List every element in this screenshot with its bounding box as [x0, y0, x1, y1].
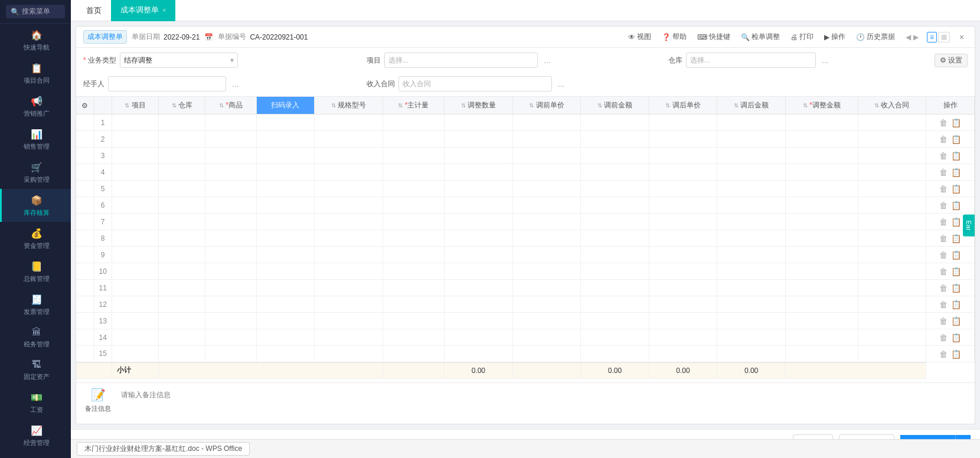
row-product[interactable] — [205, 164, 256, 181]
row-project[interactable] — [112, 329, 158, 346]
sidebar-item-payroll[interactable]: 💵 工资 — [0, 386, 71, 419]
col-scan-input[interactable]: 扫码录入 — [256, 97, 314, 114]
row-pre-unit-price[interactable] — [512, 164, 581, 181]
row-unit[interactable] — [383, 296, 444, 313]
row-pre-unit-price[interactable] — [512, 214, 581, 230]
row-income-contract[interactable] — [858, 230, 926, 247]
row-warehouse[interactable] — [159, 329, 205, 346]
row-delete-icon[interactable]: 🗑 — [939, 201, 948, 210]
row-adjust-amount[interactable] — [785, 164, 858, 181]
row-post-amount[interactable] — [717, 247, 786, 263]
warehouse-select[interactable]: 选择... — [686, 53, 816, 68]
row-adjust-qty[interactable] — [445, 214, 513, 230]
row-scan-input[interactable] — [256, 114, 314, 131]
row-scan-input[interactable] — [256, 230, 314, 247]
row-adjust-amount[interactable] — [785, 114, 858, 131]
row-product[interactable] — [205, 329, 256, 346]
sidebar-item-quick-nav[interactable]: 🏠 快速导航 — [0, 24, 71, 57]
row-post-unit-price[interactable] — [649, 247, 717, 263]
row-spec-type[interactable] — [315, 296, 383, 313]
sidebar-item-ledger-mgmt[interactable]: 📒 总账管理 — [0, 255, 71, 288]
panel-close-button[interactable]: × — [956, 31, 968, 43]
row-adjust-amount[interactable] — [785, 131, 858, 148]
row-income-contract[interactable] — [858, 214, 926, 230]
row-project[interactable] — [112, 247, 158, 263]
row-income-contract[interactable] — [858, 346, 926, 362]
row-delete-icon[interactable]: 🗑 — [939, 283, 948, 293]
row-unit[interactable] — [383, 197, 444, 214]
row-product[interactable] — [205, 114, 256, 131]
action-print[interactable]: 🖨 打印 — [788, 31, 816, 43]
sidebar-item-project-contract[interactable]: 📋 项目合同 — [0, 57, 71, 90]
sidebar-item-basic-info[interactable]: ℹ 基础信息 — [0, 452, 71, 458]
row-post-amount[interactable] — [717, 214, 786, 230]
row-warehouse[interactable] — [159, 114, 205, 131]
sidebar-item-sales-promo[interactable]: 📢 营销推广 — [0, 90, 71, 123]
row-post-amount[interactable] — [717, 329, 786, 346]
row-adjust-amount[interactable] — [785, 247, 858, 263]
row-copy-icon[interactable]: 📋 — [951, 135, 961, 144]
sidebar-item-inventory-calc[interactable]: 📦 库存核算 — [0, 189, 71, 222]
row-pre-amount[interactable] — [581, 148, 649, 164]
row-spec-type[interactable] — [315, 131, 383, 148]
row-income-contract[interactable] — [858, 131, 926, 148]
nav-prev-icon[interactable]: ◀ — [906, 33, 911, 41]
tab-cost-adjust[interactable]: 成本调整单 × — [111, 0, 175, 21]
row-adjust-amount[interactable] — [785, 329, 858, 346]
row-income-contract[interactable] — [858, 114, 926, 131]
sidebar-item-sales-mgmt[interactable]: 📊 销售管理 — [0, 123, 71, 156]
row-post-unit-price[interactable] — [649, 313, 717, 329]
project-select[interactable]: 选择... — [384, 53, 538, 68]
row-post-amount[interactable] — [717, 296, 786, 313]
row-delete-icon[interactable]: 🗑 — [939, 250, 948, 260]
row-adjust-amount[interactable] — [785, 181, 858, 197]
row-product[interactable] — [205, 197, 256, 214]
row-product[interactable] — [205, 181, 256, 197]
row-income-contract[interactable] — [858, 313, 926, 329]
row-spec-type[interactable] — [315, 230, 383, 247]
row-adjust-amount[interactable] — [785, 197, 858, 214]
row-copy-icon[interactable]: 📋 — [951, 217, 961, 227]
row-post-amount[interactable] — [717, 114, 786, 131]
row-post-amount[interactable] — [717, 346, 786, 362]
row-copy-icon[interactable]: 📋 — [951, 234, 961, 243]
row-pre-amount[interactable] — [581, 247, 649, 263]
row-pre-unit-price[interactable] — [512, 296, 581, 313]
row-income-contract[interactable] — [858, 329, 926, 346]
row-pre-amount[interactable] — [581, 280, 649, 296]
row-product[interactable] — [205, 296, 256, 313]
row-pre-amount[interactable] — [581, 114, 649, 131]
row-adjust-qty[interactable] — [445, 329, 513, 346]
row-spec-type[interactable] — [315, 329, 383, 346]
row-pre-amount[interactable] — [581, 313, 649, 329]
row-adjust-qty[interactable] — [445, 296, 513, 313]
sidebar-item-purchase-mgmt[interactable]: 🛒 采购管理 — [0, 156, 71, 189]
warehouse-dots-button[interactable]: ... — [819, 55, 831, 65]
sidebar-item-fixed-assets[interactable]: 🏗 固定资产 — [0, 354, 71, 386]
row-delete-icon[interactable]: 🗑 — [939, 349, 948, 359]
row-pre-unit-price[interactable] — [512, 280, 581, 296]
row-unit[interactable] — [383, 131, 444, 148]
row-copy-icon[interactable]: 📋 — [951, 316, 961, 326]
row-post-amount[interactable] — [717, 131, 786, 148]
row-adjust-qty[interactable] — [445, 164, 513, 181]
row-post-amount[interactable] — [717, 181, 786, 197]
row-scan-input[interactable] — [256, 247, 314, 263]
row-scan-input[interactable] — [256, 346, 314, 362]
handler-select[interactable] — [108, 76, 226, 91]
row-copy-icon[interactable]: 📋 — [951, 184, 961, 194]
row-post-amount[interactable] — [717, 280, 786, 296]
row-warehouse[interactable] — [159, 214, 205, 230]
row-project[interactable] — [112, 263, 158, 280]
row-warehouse[interactable] — [159, 296, 205, 313]
row-pre-unit-price[interactable] — [512, 131, 581, 148]
row-post-unit-price[interactable] — [649, 114, 717, 131]
project-dots-button[interactable]: ... — [541, 55, 553, 65]
taskbar-item[interactable]: 木门行业好业财处理方案-墓红红.doc - WPS Office — [77, 442, 250, 456]
row-unit[interactable] — [383, 346, 444, 362]
row-copy-icon[interactable]: 📋 — [951, 201, 961, 210]
row-project[interactable] — [112, 164, 158, 181]
view-list-icon[interactable]: ⊞ — [938, 32, 950, 42]
nav-next-icon[interactable]: ▶ — [913, 33, 919, 41]
row-copy-icon[interactable]: 📋 — [951, 349, 961, 359]
